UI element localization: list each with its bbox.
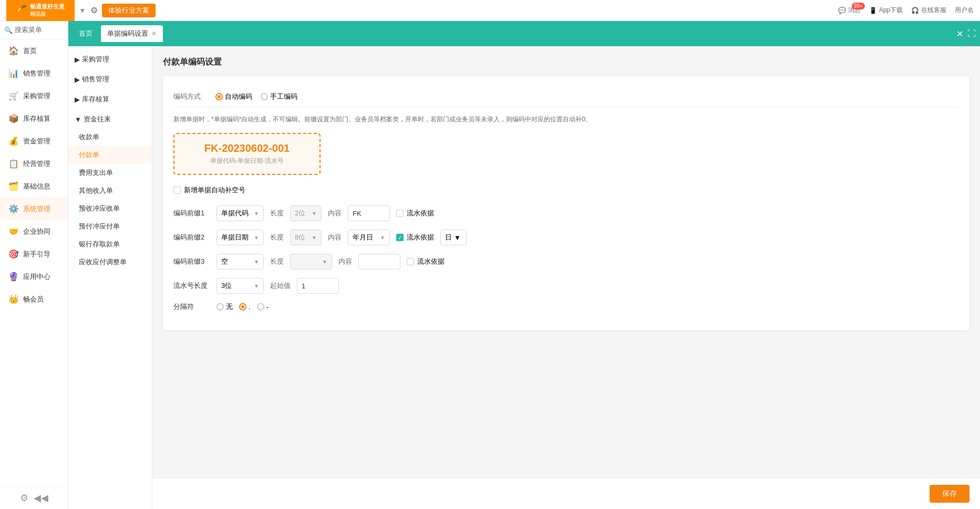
serial-length-arrow: ▼ bbox=[254, 283, 259, 289]
prefix3-length: ▼ bbox=[290, 254, 332, 269]
separator-dot-dot bbox=[239, 303, 246, 310]
prefix1-select[interactable]: 单据代码 ▼ bbox=[216, 205, 264, 221]
prefix2-length-value: 8位 bbox=[295, 233, 305, 242]
tab-close-icon[interactable]: ✕ bbox=[151, 30, 157, 37]
serial-length-select[interactable]: 3位 ▼ bbox=[216, 278, 264, 294]
auto-encoding-radio[interactable]: 自动编码 bbox=[215, 92, 252, 101]
prefix2-select[interactable]: 单据日期 ▼ bbox=[216, 230, 264, 245]
search-button[interactable]: 🔍 搜索菜单 bbox=[4, 25, 64, 35]
sidebar-item-enterprise[interactable]: 🤝 企业协同 bbox=[0, 220, 68, 243]
prefix3-arrow: ▼ bbox=[254, 259, 259, 265]
menu-item-bank[interactable]: 银行存取款单 bbox=[68, 235, 152, 253]
menu-item-expense[interactable]: 费用支出单 bbox=[68, 164, 152, 182]
menu-item-receipts[interactable]: 收款单 bbox=[68, 128, 152, 146]
sidebar-item-newguide[interactable]: 🎯 新手引导 bbox=[0, 243, 68, 265]
service-icon: 🎧 bbox=[911, 7, 919, 14]
separator-hyphen-dot bbox=[257, 303, 264, 310]
prefix1-content-value: FK bbox=[353, 210, 362, 217]
prefix2-content-select[interactable]: 年月日 ▼ bbox=[348, 230, 390, 245]
prefix1-serial: 流水依据 bbox=[396, 209, 434, 218]
prefix1-serial-checkbox[interactable] bbox=[396, 210, 404, 217]
app-download-button[interactable]: 📱 App下载 bbox=[869, 6, 903, 15]
menu-item-advance-recv[interactable]: 预收冲应收单 bbox=[68, 200, 152, 217]
serial-start-input[interactable]: 1 bbox=[297, 278, 339, 294]
prefix3-serial-checkbox[interactable] bbox=[407, 258, 414, 265]
trial-button[interactable]: 体验行业方案 bbox=[102, 4, 156, 17]
separator-none-radio[interactable]: 无 bbox=[216, 302, 233, 311]
sidebar-item-base[interactable]: 🗂️ 基础信息 bbox=[0, 175, 68, 198]
prefix2-label: 编码前缀2 bbox=[173, 233, 210, 242]
user-info[interactable]: 用户名 bbox=[955, 6, 974, 15]
app-icon: 📱 bbox=[869, 7, 877, 14]
prefix2-serial-checkbox[interactable]: ✓ bbox=[396, 234, 404, 241]
online-service-button[interactable]: 🎧 在线客服 bbox=[911, 6, 946, 15]
prefix3-length-arrow: ▼ bbox=[322, 259, 327, 265]
newguide-icon: 🎯 bbox=[8, 249, 19, 259]
menu-item-payment[interactable]: 付款单 bbox=[68, 146, 152, 164]
prefix3-content bbox=[358, 254, 400, 269]
collapse-icon: ▼ bbox=[75, 116, 81, 123]
tab-home-label: 首页 bbox=[79, 29, 92, 38]
maximize-icon[interactable]: ⛶ bbox=[967, 29, 976, 38]
save-button[interactable]: 保存 bbox=[930, 485, 969, 503]
sidebar-item-sales[interactable]: 📊 销售管理 bbox=[0, 62, 68, 85]
menu-group-finance: ▼ 资金往来 收款单 付款单 费用支出单 其他收入单 预收冲应收单 预付冲应付单… bbox=[68, 110, 152, 271]
messages-button[interactable]: 💬 消息 99+ bbox=[838, 6, 861, 15]
menu-group-inventory-title[interactable]: ▶ 库存核算 bbox=[68, 90, 152, 108]
sidebar-item-home[interactable]: 🏠 首页 bbox=[0, 39, 68, 62]
auto-fill-checkbox[interactable] bbox=[173, 186, 181, 194]
manual-encoding-radio[interactable]: 手工编码 bbox=[261, 92, 297, 101]
prefix2-arrow: ▼ bbox=[254, 235, 259, 241]
prefix2-day-select[interactable]: 日 ▼ bbox=[440, 230, 467, 245]
sidebar-item-finance[interactable]: 💰 资金管理 bbox=[0, 130, 68, 152]
menu-item-other-income[interactable]: 其他收入单 bbox=[68, 182, 152, 200]
collapse-icon[interactable]: ◀◀ bbox=[34, 492, 48, 504]
prefix2-value: 单据日期 bbox=[221, 233, 249, 242]
sidebar-item-member[interactable]: 👑 畅会员 bbox=[0, 288, 68, 310]
sidebar-item-label: 库存核算 bbox=[23, 114, 50, 123]
search-icon: 🔍 bbox=[4, 26, 13, 34]
sidebar-item-operations[interactable]: 📋 经营管理 bbox=[0, 152, 68, 175]
menu-group-sales-title[interactable]: ▶ 销售管理 bbox=[68, 70, 152, 88]
apps-icon: 🔮 bbox=[8, 272, 19, 282]
prefix1-content-label: 内容 bbox=[328, 209, 342, 218]
prefix1-row: 编码前缀1 单据代码 ▼ 长度 2位 ▼ 内容 bbox=[173, 205, 959, 221]
system-icon: ⚙️ bbox=[8, 204, 19, 214]
purchase-icon: 🛒 bbox=[8, 91, 19, 101]
menu-item-ap-adjust[interactable]: 应收应付调整单 bbox=[68, 253, 152, 271]
settings-bottom-icon[interactable]: ⚙ bbox=[20, 492, 28, 504]
encoding-method-row: 编码方式 自动编码 手工编码 bbox=[173, 87, 959, 107]
tab-bar: 首页 单据编码设置 ✕ ✕ ⛶ bbox=[68, 21, 980, 46]
menu-item-advance-pay[interactable]: 预付冲应付单 bbox=[68, 217, 152, 235]
tab-home[interactable]: 首页 bbox=[73, 25, 99, 42]
sidebar-item-system[interactable]: ⚙️ 系统管理 bbox=[0, 198, 68, 220]
search-area[interactable]: 🔍 搜索菜单 bbox=[0, 21, 68, 39]
separator-hyphen-radio[interactable]: - bbox=[257, 303, 269, 311]
base-icon: 🗂️ bbox=[8, 181, 19, 191]
separator-dot-radio[interactable]: . bbox=[239, 303, 251, 311]
prefix2-day-arrow: ▼ bbox=[454, 234, 461, 242]
sidebar-item-purchase[interactable]: 🛒 采购管理 bbox=[0, 85, 68, 107]
prefix2-length-label: 长度 bbox=[270, 233, 284, 242]
tab-encoding-label: 单据编码设置 bbox=[107, 29, 148, 38]
tab-encoding[interactable]: 单据编码设置 ✕ bbox=[101, 25, 163, 42]
left-sidebar: 🔍 搜索菜单 🏠 首页 📊 销售管理 🛒 采购管理 📦 库存核算 💰 bbox=[0, 21, 68, 509]
sidebar-item-label: 企业协同 bbox=[23, 227, 50, 236]
minimize-icon[interactable]: ✕ bbox=[956, 29, 963, 39]
prefix3-value: 空 bbox=[221, 257, 228, 266]
gear-icon[interactable]: ⚙ bbox=[90, 5, 98, 15]
sidebar-item-apps[interactable]: 🔮 应用中心 bbox=[0, 265, 68, 288]
sidebar-item-label: 基础信息 bbox=[23, 182, 50, 191]
auto-encoding-dot bbox=[215, 93, 223, 100]
separator-dot-label: . bbox=[249, 303, 251, 311]
preview-sub: 单据代码-单据日期-流水号 bbox=[187, 157, 307, 165]
encoding-radio-group: 自动编码 手工编码 bbox=[215, 92, 297, 101]
prefix1-length-arrow: ▼ bbox=[312, 211, 317, 216]
dropdown-icon[interactable]: ▼ bbox=[79, 6, 86, 15]
expand-icon: ▶ bbox=[75, 96, 80, 103]
prefix3-select[interactable]: 空 ▼ bbox=[216, 254, 264, 269]
menu-group-purchase-title[interactable]: ▶ 采购管理 bbox=[68, 50, 152, 68]
sidebar-item-inventory[interactable]: 📦 库存核算 bbox=[0, 107, 68, 130]
menu-group-finance-title[interactable]: ▼ 资金往来 bbox=[68, 110, 152, 128]
top-bar: 🍊 畅通道好生意 精品版 ▼ ⚙ 体验行业方案 💬 消息 99+ 📱 App下载… bbox=[0, 0, 980, 21]
